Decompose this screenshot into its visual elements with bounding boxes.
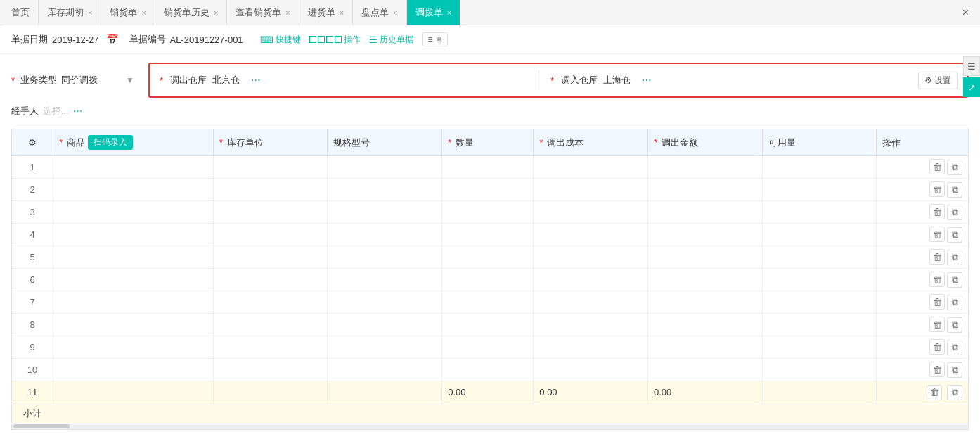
wh-in-value[interactable]: 上海仓 bbox=[603, 74, 631, 87]
cell-cost[interactable] bbox=[534, 246, 648, 269]
delete-row-button[interactable]: 🗑 bbox=[929, 272, 945, 287]
scan-button[interactable]: 扫码录入 bbox=[88, 135, 133, 150]
cell-qty[interactable] bbox=[442, 224, 534, 246]
tab-transfer[interactable]: 调拨单 × bbox=[407, 0, 460, 25]
cell-product[interactable] bbox=[53, 246, 214, 269]
cell-unit[interactable] bbox=[213, 246, 328, 269]
tab-sales-history-close[interactable]: × bbox=[214, 8, 218, 17]
cell-spec[interactable] bbox=[328, 269, 442, 291]
settings-button[interactable]: ≡ ⊞ bbox=[422, 32, 448, 46]
wh-out-value[interactable]: 北京仓 bbox=[212, 74, 240, 87]
copy-row-button[interactable]: ⧉ bbox=[947, 295, 962, 310]
cell-unit[interactable] bbox=[213, 336, 328, 359]
cell-amount[interactable] bbox=[647, 201, 762, 224]
delete-row-button[interactable]: 🗑 bbox=[929, 362, 945, 377]
cell-unit[interactable] bbox=[213, 201, 328, 224]
cell-qty[interactable] bbox=[442, 314, 534, 336]
cell-unit[interactable] bbox=[213, 156, 328, 179]
delete-row-button[interactable]: 🗑 bbox=[929, 227, 945, 242]
cell-product[interactable] bbox=[53, 179, 214, 201]
delete-row-button[interactable]: 🗑 bbox=[929, 249, 945, 265]
copy-row-button[interactable]: ⧉ bbox=[947, 205, 962, 220]
cell-amount[interactable] bbox=[647, 224, 762, 246]
cell-qty[interactable] bbox=[442, 336, 534, 359]
cell-unit[interactable] bbox=[213, 269, 328, 291]
tab-transfer-close[interactable]: × bbox=[447, 8, 451, 17]
cell-amount[interactable] bbox=[647, 314, 762, 336]
cell-cost[interactable] bbox=[534, 291, 648, 314]
copy-row-button[interactable]: ⧉ bbox=[947, 362, 962, 378]
shortcuts-button[interactable]: ⌨ 快捷键 bbox=[260, 34, 301, 46]
delete-row-button[interactable]: 🗑 bbox=[929, 317, 945, 332]
cell-unit[interactable] bbox=[213, 179, 328, 201]
cell-spec[interactable] bbox=[328, 336, 442, 359]
cell-cost[interactable] bbox=[534, 336, 648, 359]
sidebar-expand-button[interactable]: ↗ bbox=[963, 77, 980, 97]
tab-inventory-init[interactable]: 库存期初 × bbox=[39, 0, 101, 25]
cell-spec[interactable] bbox=[328, 291, 442, 314]
window-close-button[interactable]: × bbox=[954, 6, 977, 19]
cell-unit[interactable] bbox=[213, 291, 328, 314]
copy-row-button[interactable]: ⧉ bbox=[947, 272, 962, 288]
cell-cost[interactable] bbox=[534, 359, 648, 381]
cell-cost[interactable] bbox=[534, 201, 648, 224]
copy-row-button[interactable]: ⧉ bbox=[947, 227, 962, 243]
cell-amount[interactable] bbox=[647, 336, 762, 359]
sidebar-list-button[interactable]: ☰ bbox=[963, 56, 980, 76]
cell-amount[interactable] bbox=[647, 291, 762, 314]
operations-button[interactable]: 操作 bbox=[309, 34, 361, 46]
delete-row-button[interactable]: 🗑 bbox=[929, 339, 945, 355]
cell-product[interactable] bbox=[53, 336, 214, 359]
tab-purchase[interactable]: 进货单 × bbox=[299, 0, 353, 25]
cell-spec[interactable] bbox=[328, 224, 442, 246]
copy-row-button[interactable]: ⧉ bbox=[947, 250, 962, 265]
cell-spec[interactable] bbox=[328, 246, 442, 269]
cell-cost[interactable] bbox=[534, 156, 648, 179]
cell-qty[interactable] bbox=[442, 246, 534, 269]
cell-spec[interactable] bbox=[328, 156, 442, 179]
th-gear[interactable]: ⚙ bbox=[12, 129, 53, 156]
cell-cost[interactable] bbox=[534, 179, 648, 201]
cell-unit[interactable] bbox=[213, 359, 328, 381]
wh-in-more-button[interactable]: ··· bbox=[642, 74, 651, 87]
tab-home[interactable]: 首页 bbox=[3, 0, 39, 25]
scrollbar-thumb[interactable] bbox=[13, 424, 70, 428]
copy-row-button[interactable]: ⧉ bbox=[947, 182, 962, 198]
horizontal-scrollbar[interactable] bbox=[11, 424, 969, 430]
cell-unit[interactable] bbox=[213, 314, 328, 336]
tab-sales-order[interactable]: 销货单 × bbox=[101, 0, 155, 25]
tab-stocktake-close[interactable]: × bbox=[393, 8, 397, 17]
tab-sales-history[interactable]: 销货单历史 × bbox=[155, 0, 227, 25]
copy-row-button[interactable]: ⧉ bbox=[947, 340, 962, 355]
delete-row-button[interactable]: 🗑 bbox=[929, 181, 945, 197]
wh-out-more-button[interactable]: ··· bbox=[251, 74, 260, 87]
cell-spec[interactable] bbox=[328, 179, 442, 201]
cell-amount[interactable] bbox=[647, 246, 762, 269]
tab-view-sales[interactable]: 查看销货单 × bbox=[227, 0, 299, 25]
cell-product[interactable] bbox=[53, 314, 214, 336]
warehouse-settings-button[interactable]: ⚙ 设置 bbox=[918, 72, 958, 89]
cell-product[interactable] bbox=[53, 224, 214, 246]
cell-product[interactable] bbox=[53, 291, 214, 314]
cell-qty[interactable] bbox=[442, 201, 534, 224]
cell-product[interactable] bbox=[53, 269, 214, 291]
tab-purchase-close[interactable]: × bbox=[340, 8, 344, 17]
handler-input[interactable]: 选择... bbox=[43, 105, 69, 117]
cell-product[interactable] bbox=[53, 156, 214, 179]
cell-spec[interactable] bbox=[328, 201, 442, 224]
history-button[interactable]: ☰ 历史单据 bbox=[369, 34, 413, 46]
cell-qty[interactable] bbox=[442, 156, 534, 179]
cell-qty[interactable] bbox=[442, 179, 534, 201]
business-value[interactable]: 同价调拨 bbox=[61, 74, 117, 87]
cell-cost[interactable] bbox=[534, 314, 648, 336]
delete-row-button[interactable]: 🗑 bbox=[929, 159, 945, 174]
tab-sales-order-close[interactable]: × bbox=[141, 8, 146, 17]
cell-unit[interactable] bbox=[213, 224, 328, 246]
copy-row-button[interactable]: ⧉ bbox=[947, 317, 962, 333]
cell-qty[interactable] bbox=[442, 359, 534, 381]
cell-cost[interactable] bbox=[534, 224, 648, 246]
business-dropdown-icon[interactable]: ▼ bbox=[126, 75, 134, 85]
delete-last-row-button[interactable]: 🗑 bbox=[927, 385, 942, 400]
cell-spec[interactable] bbox=[328, 359, 442, 381]
tab-stocktake[interactable]: 盘点单 × bbox=[353, 0, 406, 25]
